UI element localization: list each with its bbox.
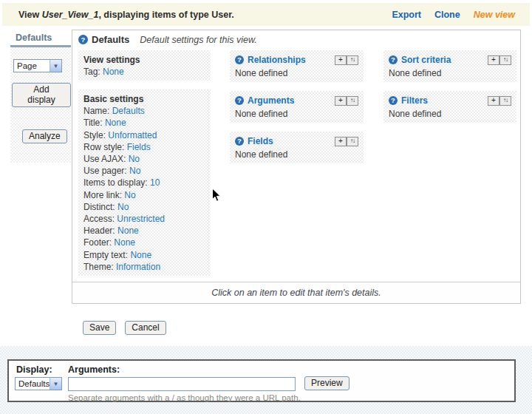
setting-empty-link[interactable]: None (130, 250, 151, 260)
fields-title-link[interactable]: Fields (248, 135, 273, 147)
help-icon[interactable]: ? (235, 55, 244, 64)
rearrange-icon[interactable]: ↑↓ (499, 55, 511, 65)
add-display-type-value: Page (14, 61, 50, 70)
preview-region: Display: Arguments: Defaults ▼ Preview S… (0, 346, 532, 414)
panel-footer-note: Click on an item to edit that item's det… (72, 282, 520, 303)
page-title: View User_View_1, displaying items of ty… (18, 10, 234, 20)
rearrange-icon[interactable]: ↑↓ (499, 96, 511, 106)
setting-row: Access: Unrestricted (83, 213, 205, 225)
empty-text: None defined (235, 67, 358, 79)
setting-distinct-link[interactable]: No (117, 202, 129, 212)
help-icon[interactable]: ? (389, 55, 398, 64)
empty-text: None defined (235, 149, 358, 160)
panel-header: ? Defaults Default settings for this vie… (78, 34, 257, 45)
rearrange-icon[interactable]: ↑↓ (347, 55, 358, 65)
setting-row: Header: None (83, 225, 205, 237)
setting-row: Name: Defaults (83, 105, 205, 117)
chevron-down-icon: ▼ (50, 378, 61, 390)
display-sidebar: Defaults Page ▼ Add display Analyze (10, 30, 71, 165)
arguments-box: ? Arguments + ↑↓ None defined (230, 91, 364, 123)
empty-text: None defined (389, 108, 511, 120)
rearrange-icon[interactable]: ↑↓ (347, 96, 358, 106)
relationships-title-link[interactable]: Relationships (248, 54, 306, 66)
add-icon[interactable]: + (335, 96, 347, 106)
form-actions: Save Cancel (83, 321, 166, 335)
empty-text: None defined (235, 108, 358, 120)
arguments-title-link[interactable]: Arguments (248, 95, 294, 106)
setting-items-link[interactable]: 10 (150, 177, 160, 188)
setting-row-style-link[interactable]: Fields (127, 142, 151, 152)
setting-title-link[interactable]: None (105, 118, 126, 128)
setting-row: Distinct: No (83, 201, 205, 213)
help-icon[interactable]: ? (389, 96, 398, 105)
display-label: Display: (16, 364, 52, 375)
add-icon[interactable]: + (488, 55, 499, 65)
analyze-button[interactable]: Analyze (22, 129, 67, 143)
add-display-button[interactable]: Add display (12, 83, 71, 107)
filters-box: ? Filters + ↑↓ None defined (383, 91, 516, 123)
header-links: Export Clone New view (392, 10, 515, 20)
chevron-down-icon: ▼ (50, 60, 61, 72)
basic-settings-box: Basic settings Name: Defaults Title: Non… (78, 89, 211, 276)
sidebar-body: Page ▼ Add display Analyze (10, 47, 71, 163)
panel-subtitle: Default settings for this view. (140, 35, 256, 45)
setting-row: Empty text: None (83, 249, 205, 261)
arguments-help-text: Separate arguments with a / as though th… (68, 393, 301, 402)
relationships-box: ? Relationships + ↑↓ None defined (230, 50, 364, 82)
cancel-button[interactable]: Cancel (125, 321, 166, 335)
tab-defaults[interactable]: Defaults (10, 30, 71, 47)
basic-settings-title: Basic settings (83, 93, 205, 105)
setting-row: Footer: None (83, 237, 205, 248)
page-title-suffix: , displaying items of type User. (98, 10, 233, 20)
preview-button[interactable]: Preview (304, 376, 349, 390)
setting-pager-link[interactable]: No (129, 166, 140, 176)
preview-display-select[interactable]: Defaults ▼ (15, 377, 62, 390)
setting-row: Theme: Information (83, 261, 205, 273)
sort-criteria-box: ? Sort criteria + ↑↓ None defined (383, 50, 516, 82)
help-icon[interactable]: ? (235, 137, 244, 146)
rearrange-icon[interactable]: ↑↓ (347, 137, 358, 146)
setting-row: More link: No (83, 189, 205, 201)
setting-theme-link[interactable]: Information (116, 262, 160, 272)
setting-tag-link[interactable]: None (103, 67, 124, 77)
setting-row: Use AJAX: No (83, 153, 205, 165)
preview-panel: Display: Arguments: Defaults ▼ Preview S… (7, 359, 516, 402)
filters-title-link[interactable]: Filters (401, 95, 428, 106)
view-settings-box: View settings Tag: None (78, 50, 211, 81)
setting-row: Use pager: No (83, 165, 205, 177)
setting-row: Items to display: 10 (83, 177, 205, 189)
add-icon[interactable]: + (335, 55, 347, 65)
setting-name-link[interactable]: Defaults (112, 106, 145, 116)
sort-criteria-title-link[interactable]: Sort criteria (401, 54, 451, 66)
add-display-type-select[interactable]: Page ▼ (13, 59, 62, 72)
help-icon[interactable]: ? (235, 96, 244, 105)
new-view-link[interactable]: New view (474, 10, 515, 20)
arguments-input[interactable] (68, 377, 296, 391)
preview-display-value: Defaults (16, 379, 50, 388)
add-icon[interactable]: + (335, 137, 347, 146)
setting-ajax-link[interactable]: No (129, 154, 140, 164)
save-button[interactable]: Save (83, 321, 116, 335)
empty-text: None defined (389, 67, 511, 79)
setting-row: Row style: Fields (83, 141, 205, 153)
fields-box: ? Fields + ↑↓ None defined (230, 132, 364, 163)
setting-row: Tag: None (83, 66, 205, 78)
display-settings-panel: ? Defaults Default settings for this vie… (72, 30, 521, 304)
setting-footer-link[interactable]: None (114, 237, 135, 248)
setting-style-link[interactable]: Unformatted (108, 130, 157, 140)
arguments-label: Arguments: (68, 364, 120, 375)
panel-title: Defaults (92, 34, 129, 45)
column-middle: ? Relationships + ↑↓ None defined ? Argu… (230, 50, 364, 172)
setting-access-link[interactable]: Unrestricted (117, 214, 165, 224)
setting-more-link[interactable]: No (124, 190, 135, 200)
setting-row: Title: None (83, 117, 205, 129)
view-settings-title: View settings (83, 54, 205, 66)
page-title-prefix: View (18, 10, 42, 20)
export-link[interactable]: Export (392, 10, 421, 20)
setting-header-link[interactable]: None (117, 225, 139, 236)
help-icon[interactable]: ? (78, 35, 88, 44)
column-right: ? Sort criteria + ↑↓ None defined ? Filt… (383, 50, 516, 132)
setting-row: Style: Unformatted (83, 129, 205, 141)
clone-link[interactable]: Clone (434, 10, 460, 20)
add-icon[interactable]: + (488, 96, 499, 106)
